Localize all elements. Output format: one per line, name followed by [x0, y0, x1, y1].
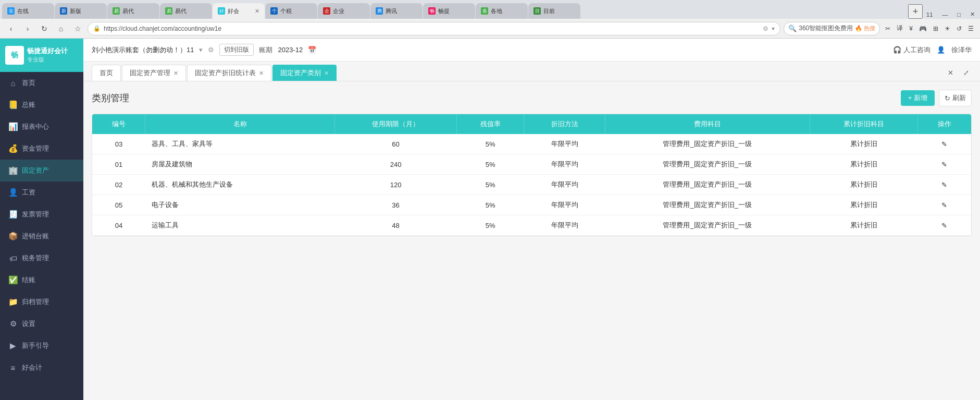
back-button[interactable]: ‹: [4, 22, 18, 35]
page-tab-home[interactable]: 首页: [92, 65, 121, 81]
sidebar-item-ledger[interactable]: 📒总账: [0, 94, 83, 116]
home-button[interactable]: ⌂: [54, 22, 68, 35]
expand-tab-button[interactable]: ⤢: [960, 67, 972, 79]
menu-tool[interactable]: ☰: [966, 24, 976, 33]
tab-favicon: 新: [60, 7, 67, 15]
search-bar[interactable]: 🔍 360智能抠图免费用 🔥 热搜: [784, 22, 880, 35]
browser-tab-t9[interactable]: 畅畅提: [423, 3, 475, 19]
sidebar-item-guide[interactable]: ▶新手引导: [0, 335, 83, 357]
browser-tab-t8[interactable]: 腾腾讯: [370, 3, 423, 19]
grid-tool[interactable]: ⊞: [931, 24, 940, 33]
sidebar-item-asset[interactable]: 🏢固定资产: [0, 160, 83, 181]
period-value: 2023-12: [278, 46, 303, 54]
star-button[interactable]: ☆: [71, 22, 84, 35]
tab-label: 腾讯: [386, 7, 397, 15]
scissors-tool[interactable]: ✂: [883, 24, 892, 33]
wallet-tool[interactable]: ¥: [907, 24, 915, 33]
tab-favicon: 各: [481, 7, 488, 15]
page-tab-label-category: 固定资产类别: [280, 68, 321, 78]
tab-favicon: 腾: [376, 7, 383, 15]
history-tool[interactable]: ↺: [954, 24, 964, 33]
cell-edit-0[interactable]: ✎: [918, 134, 971, 154]
new-tab-button[interactable]: +: [908, 4, 923, 19]
sidebar-item-home[interactable]: ⌂首页: [0, 72, 83, 94]
cell-edit-4[interactable]: ✎: [918, 215, 971, 236]
calendar-icon[interactable]: 📅: [308, 46, 316, 54]
sidebar-item-cash[interactable]: 💰资金管理: [0, 138, 83, 160]
page-tab-close-depreciation[interactable]: ✕: [259, 70, 264, 77]
content-area: 类别管理 + 新增 ↻ 刷新 编号名称使用期限（月）残值率折旧方法费用科目累计折…: [83, 81, 980, 400]
sidebar: 畅 畅捷通好会计 专业版 ⌂首页📒总账📊报表中心💰资金管理🏢固定资产👤工资🧾发票…: [0, 39, 83, 400]
sidebar-item-inventory[interactable]: 📦进销台账: [0, 225, 83, 247]
reload-button[interactable]: ↻: [38, 22, 51, 35]
browser-tab-t5[interactable]: 好好会✕: [213, 3, 265, 19]
page-tab-close-category[interactable]: ✕: [324, 70, 329, 77]
browser-tab-t4[interactable]: 易易代: [160, 3, 212, 19]
cell-code-2[interactable]: 02: [92, 175, 145, 195]
cell-accumulated-4: 累计折旧: [810, 215, 918, 236]
maximize-button[interactable]: □: [954, 10, 964, 19]
page-tab-category[interactable]: 固定资产类别✕: [272, 65, 337, 81]
close-window-button[interactable]: ✕: [967, 10, 978, 19]
cell-code-0[interactable]: 03: [92, 134, 145, 154]
browser-tab-t1[interactable]: 在在线: [2, 3, 54, 19]
sidebar-item-invoice[interactable]: 🧾发票管理: [0, 203, 83, 225]
cell-edit-3[interactable]: ✎: [918, 195, 971, 215]
page-tab-close-asset-mgr[interactable]: ✕: [173, 70, 178, 77]
page-tab-asset-mgr[interactable]: 固定资产管理✕: [122, 65, 186, 81]
right-panel: 刘小艳演示账套（勿删勿动！）11 ▾ ⚙ 切到旧版 账期 2023-12 📅 🎧…: [83, 39, 980, 400]
cell-edit-1[interactable]: ✎: [918, 154, 971, 175]
browser-tab-t2[interactable]: 新新版: [55, 3, 107, 19]
action-buttons: + 新增 ↻ 刷新: [901, 90, 972, 106]
forward-button[interactable]: ›: [21, 22, 34, 35]
page-tab-depreciation[interactable]: 固定资产折旧统计表✕: [187, 65, 271, 81]
user-name: 徐泽华: [951, 45, 972, 55]
settings-btn[interactable]: ⚙: [208, 46, 214, 54]
sidebar-item-settle[interactable]: ✅结账: [0, 269, 83, 291]
address-dropdown-icon[interactable]: ▾: [772, 25, 775, 32]
cell-method-0: 年限平均: [524, 134, 605, 154]
cell-expense-0: 管理费用_固定资产折旧_一级: [605, 134, 810, 154]
minimize-button[interactable]: —: [939, 10, 951, 19]
close-tab-button[interactable]: ✕: [945, 67, 956, 79]
switch-version-button[interactable]: 切到旧版: [219, 44, 254, 56]
sidebar-item-salary[interactable]: 👤工资: [0, 181, 83, 203]
page-tab-label-home: 首页: [100, 68, 113, 78]
table-row: 03器具、工具、家具等605%年限平均管理费用_固定资产折旧_一级累计折旧✎: [92, 134, 971, 154]
service-button[interactable]: 🎧 人工咨询: [893, 45, 931, 55]
cell-code-1[interactable]: 01: [92, 154, 145, 175]
sidebar-item-more[interactable]: ≡好会计: [0, 357, 83, 379]
cell-code-4[interactable]: 04: [92, 215, 145, 236]
sidebar-item-tax[interactable]: 🏷税务管理: [0, 247, 83, 269]
cell-name-0: 器具、工具、家具等: [145, 134, 334, 154]
tab-count-badge[interactable]: 11: [923, 10, 936, 19]
game-tool[interactable]: 🎮: [917, 24, 929, 33]
tab-favicon: 易: [113, 7, 120, 15]
browser-tab-t3[interactable]: 易易代: [107, 3, 159, 19]
browser-tab-t6[interactable]: 个个税: [265, 3, 317, 19]
tab-label: 个税: [280, 7, 292, 15]
cell-code-3[interactable]: 05: [92, 195, 145, 215]
browser-tab-t7[interactable]: 企企业: [318, 3, 370, 19]
cell-expense-2: 管理费用_固定资产折旧_一级: [605, 175, 810, 195]
dropdown-arrow[interactable]: ▾: [199, 46, 203, 54]
sidebar-icon-invoice: 🧾: [8, 210, 18, 219]
sidebar-item-settings[interactable]: ⚙设置: [0, 313, 83, 335]
browser-tab-t10[interactable]: 各各地: [476, 3, 528, 19]
translate-tool[interactable]: 译: [895, 23, 905, 34]
table-row: 02机器、机械和其他生产设备1205%年限平均管理费用_固定资产折旧_一级累计折…: [92, 175, 971, 195]
tab-favicon: 目: [534, 7, 541, 15]
close-tab-x[interactable]: ✕: [255, 8, 259, 15]
sidebar-icon-report: 📊: [8, 122, 18, 131]
add-category-button[interactable]: + 新增: [901, 90, 935, 106]
sidebar-icon-tax: 🏷: [8, 254, 18, 263]
address-bar[interactable]: 🔒 https://cloud.chanjet.com/accounting/u…: [88, 22, 780, 35]
refresh-button[interactable]: ↻ 刷新: [939, 90, 972, 106]
browser-tab-t11[interactable]: 目目前: [528, 3, 580, 19]
sidebar-item-report[interactable]: 📊报表中心: [0, 116, 83, 138]
sidebar-label-report: 报表中心: [22, 122, 49, 131]
cell-edit-2[interactable]: ✎: [918, 175, 971, 195]
theme-tool[interactable]: ☀: [942, 24, 952, 33]
sidebar-item-archive[interactable]: 📁归档管理: [0, 291, 83, 313]
table-header-0: 编号: [92, 114, 145, 134]
